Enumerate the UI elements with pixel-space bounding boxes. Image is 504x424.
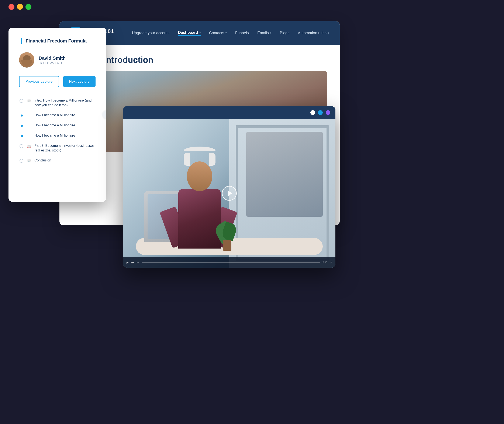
- book-icon: 📖: [27, 144, 31, 149]
- nav-contacts[interactable]: Contacts ▾: [209, 31, 227, 35]
- maximize-dot[interactable]: [25, 4, 31, 10]
- section-title: Course Introduction: [72, 55, 327, 65]
- list-item-text: Conclusion: [34, 158, 98, 163]
- instructor-area: David Smith INSTRUCTOR: [17, 52, 98, 68]
- person-head: [187, 162, 212, 191]
- dot-icon: [19, 113, 24, 118]
- list-item[interactable]: 📖 Intro: How I became a Millionaire (and…: [19, 96, 98, 110]
- course-name: Financial Freedom Formula: [21, 38, 98, 44]
- bg-building: [246, 132, 323, 217]
- list-item-text: Part 3: Become an investor (businesses, …: [34, 143, 98, 153]
- play-icon: [227, 190, 232, 196]
- list-item-text: Intro: How I became a Millionaire (and h…: [34, 98, 98, 108]
- curriculum-list: 📖 Intro: How I became a Millionaire (and…: [17, 96, 98, 166]
- list-item[interactable]: 📖 Part 3: Become an investor (businesses…: [19, 141, 98, 156]
- plant-pot: [223, 240, 231, 251]
- headphone-right: [209, 153, 215, 166]
- sidebar-content: Financial Freedom Formula David Smith IN…: [8, 28, 106, 176]
- nav-dashboard[interactable]: Dashboard ▾: [178, 30, 201, 35]
- video-window-dot-purple[interactable]: [326, 110, 330, 115]
- avatar-image: [19, 52, 34, 68]
- video-window-dot-white[interactable]: [310, 110, 315, 115]
- list-item[interactable]: How I became a Millionaire: [19, 131, 98, 141]
- chevron-down-icon: ▾: [199, 31, 201, 34]
- video-timestamp: 0:00: [323, 261, 327, 264]
- video-controls-bar: ▶ ⏮ ⏭ 0:00 ⤢: [123, 257, 335, 268]
- lecture-nav-buttons: Previous Lecture Next Lecture: [17, 76, 98, 87]
- nav-links: Upgrade your account Dashboard ▾ Contact…: [132, 30, 329, 36]
- nav-upgrade[interactable]: Upgrade your account: [132, 31, 170, 35]
- mac-window-controls: [8, 4, 31, 10]
- progress-bar[interactable]: [142, 262, 320, 263]
- list-item-text: How I became a Millionaire: [27, 133, 98, 138]
- video-player-window: ▶ ⏮ ⏭ 0:00 ⤢: [123, 106, 335, 268]
- plant: [216, 217, 238, 251]
- video-area: ▶ ⏮ ⏭ 0:00 ⤢: [123, 119, 335, 268]
- instructor-name: David Smith: [39, 56, 66, 61]
- fullscreen-button[interactable]: ⤢: [330, 261, 332, 264]
- chevron-down-icon: ▾: [226, 31, 227, 34]
- list-item-text: How I became a Millionaire: [27, 123, 98, 128]
- play-pause-button[interactable]: ▶: [127, 261, 129, 264]
- list-item[interactable]: 📖 Conclusion: [19, 156, 98, 166]
- list-item[interactable]: How I became a Millionaire: [19, 110, 98, 120]
- video-window-dot-blue[interactable]: [318, 110, 323, 115]
- nav-blogs[interactable]: Blogs: [280, 31, 289, 35]
- dot-icon: [19, 134, 24, 138]
- nav-automation[interactable]: Automation rules ▾: [298, 31, 329, 35]
- dot-icon: [19, 123, 24, 128]
- book-icon: 📖: [27, 99, 31, 103]
- avatar: [19, 52, 34, 68]
- book-icon: 📖: [27, 158, 31, 163]
- video-titlebar: [123, 106, 335, 119]
- nav-active-indicator: [178, 36, 201, 36]
- list-item-text: How I became a Millionaire: [27, 113, 98, 118]
- nav-dashboard-wrapper: Dashboard ▾: [178, 30, 201, 36]
- instructor-info: David Smith INSTRUCTOR: [39, 56, 66, 64]
- close-dot[interactable]: [8, 4, 14, 10]
- rewind-button[interactable]: ⏮: [131, 261, 134, 264]
- chevron-down-icon: ▾: [328, 31, 329, 34]
- nav-funnels[interactable]: Funnels: [235, 31, 249, 35]
- forward-button[interactable]: ⏭: [136, 261, 139, 264]
- chevron-left-icon: ‹: [106, 113, 106, 116]
- headphone-left: [184, 153, 190, 166]
- minimize-dot[interactable]: [17, 4, 23, 10]
- circle-icon: [19, 144, 24, 149]
- circle-icon: [19, 99, 24, 103]
- nav-emails[interactable]: Emails ▾: [257, 31, 271, 35]
- chevron-down-icon: ▾: [270, 31, 271, 34]
- list-item[interactable]: How I became a Millionaire: [19, 120, 98, 131]
- instructor-role: INSTRUCTOR: [39, 61, 66, 64]
- sidebar-panel: Financial Freedom Formula David Smith IN…: [8, 28, 106, 202]
- play-button[interactable]: [222, 186, 237, 201]
- next-lecture-button[interactable]: Next Lecture: [63, 76, 96, 87]
- person-torso: [178, 189, 221, 249]
- circle-icon: [19, 158, 24, 163]
- previous-lecture-button[interactable]: Previous Lecture: [19, 76, 59, 87]
